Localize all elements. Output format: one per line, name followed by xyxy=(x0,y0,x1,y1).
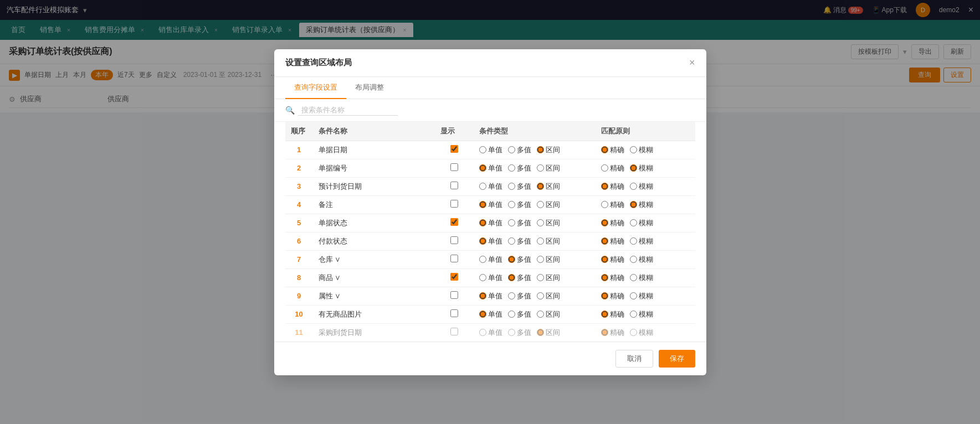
modal-search-area: 🔍 xyxy=(274,99,706,113)
modal-overlay: 设置查询区域布局 × 查询字段设置 布局调整 🔍 顺序 条件名称 显示 条件类型 xyxy=(0,0,980,112)
modal-tabs: 查询字段设置 布局调整 xyxy=(274,77,706,99)
settings-modal: 设置查询区域布局 × 查询字段设置 布局调整 🔍 顺序 条件名称 显示 条件类型 xyxy=(274,49,706,113)
search-input[interactable] xyxy=(298,105,398,113)
search-icon: 🔍 xyxy=(285,106,295,113)
modal-header: 设置查询区域布局 × xyxy=(274,49,706,77)
modal-tab-query-fields[interactable]: 查询字段设置 xyxy=(285,77,346,99)
modal-close-btn[interactable]: × xyxy=(689,57,695,69)
modal-tab-layout[interactable]: 布局调整 xyxy=(346,77,393,99)
modal-title: 设置查询区域布局 xyxy=(285,58,352,68)
